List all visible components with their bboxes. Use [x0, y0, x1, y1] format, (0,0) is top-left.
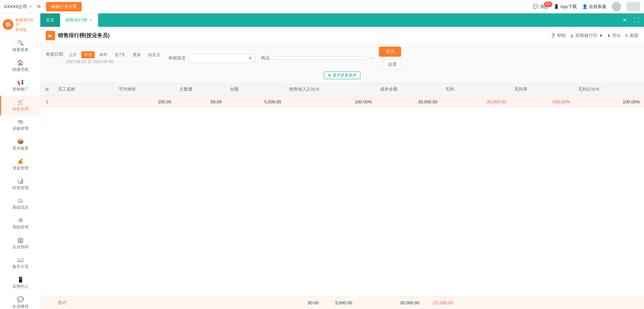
- sidebar: 畅 畅康通好生意 标准版 🔍 搜索菜单 🏠 快捷导航 📢 营销推广 🛒 销售管理…: [0, 13, 40, 309]
- tab-sales-ranking[interactable]: 销售排行榜 ×: [60, 13, 98, 27]
- sidebar-label-search: 搜索菜单: [12, 47, 29, 53]
- sidebar-item-enterprise[interactable]: 🏢 企业协同: [0, 234, 40, 253]
- search-icon: 🔍: [17, 40, 24, 46]
- refresh-label: 刷新: [630, 33, 639, 39]
- date-opt-custom[interactable]: 自定义: [145, 51, 163, 58]
- tab-maximize-button[interactable]: ⛶: [632, 15, 641, 25]
- content-area: 首页 销售排行榜 × ✕ ⛶ ▶ 销售排行榜(按业务员): [40, 13, 644, 309]
- app-name: 畅康通好生意: [15, 17, 37, 27]
- top-bar: XXXXX公司 ▼ ⚙ 体验行业方案 💬 消息 99+ 📱 App下载 👤 在线…: [0, 0, 644, 13]
- sidebar-label-finance: 资金管理: [12, 165, 29, 171]
- tab-close-icon[interactable]: ×: [90, 18, 92, 22]
- service-label: 在线客服: [589, 4, 606, 10]
- operations-icon: 📊: [17, 178, 24, 184]
- col-main-qty: 主数量: [175, 83, 226, 96]
- col-gross-pct: 毛利占比%: [574, 83, 644, 96]
- user-name-area[interactable]: [627, 2, 640, 11]
- company-settings-icon[interactable]: ⚙: [35, 2, 43, 11]
- status-chevron-icon: ▼: [248, 56, 253, 61]
- main-container: 畅 畅康通好生意 标准版 🔍 搜索菜单 🏠 快捷导航 📢 营销推广 🛒 销售管理…: [0, 13, 644, 309]
- filter-row-main: 单据日期 上月 本月 本年 近7天 更多 自定义 2023-06-01 至 20…: [46, 47, 639, 69]
- refresh-button[interactable]: ↻ 刷新: [625, 33, 639, 39]
- basic-info-icon: 🗂: [18, 198, 23, 204]
- message-button[interactable]: 💬 消息 99+: [533, 4, 548, 10]
- tab-minimize-button[interactable]: ✕: [620, 15, 629, 25]
- cell-sales-pct: 100.00%: [285, 96, 376, 108]
- sidebar-item-inventory[interactable]: 📦 库存核算: [0, 135, 40, 155]
- trial-button[interactable]: 体验行业方案: [46, 2, 82, 11]
- footer-main-qty: 50.00: [292, 300, 319, 305]
- col-sales-pct: 销售收入占比%: [285, 83, 376, 96]
- right-filter-actions: 查询 设置: [379, 47, 401, 69]
- sidebar-label-purchase: 采购管理: [12, 126, 29, 132]
- sidebar-item-app-center[interactable]: 📱 应用中心: [0, 273, 40, 293]
- more-filters-dots[interactable]: ···: [369, 55, 374, 61]
- top-bar-left: XXXXX公司 ▼ ⚙ 体验行业方案: [4, 2, 533, 11]
- status-filter-group: 单据状态 ▼: [168, 54, 256, 62]
- app-download-button[interactable]: 📱 App下载: [554, 4, 577, 10]
- tab-home-label: 首页: [46, 17, 54, 23]
- sidebar-item-operations[interactable]: 📊 经营管理: [0, 174, 40, 194]
- guide-icon: 📖: [17, 257, 24, 263]
- app-center-icon: 📱: [17, 276, 24, 283]
- company-selector[interactable]: XXXXX公司 ▼: [4, 4, 32, 10]
- sales-icon: 🛒: [17, 99, 24, 105]
- page-content: ▶ 销售排行榜(按业务员) ❓ 帮助 🖨 按模板打印 ▼ ⬇: [40, 27, 644, 309]
- sidebar-item-sales[interactable]: 🛒 销售管理: [0, 96, 40, 115]
- footer-row: 合计 50.00 5,000.00 30,000.00 -25,000.00: [44, 300, 640, 306]
- page-header: ▶ 销售排行榜(按业务员) ❓ 帮助 🖨 按模板打印 ▼ ⬇: [40, 27, 644, 43]
- cell-gross: -25,000.00: [441, 96, 510, 108]
- cell-cost-total: 30,000.00: [376, 96, 441, 108]
- online-service-button[interactable]: 👤 在线客服: [582, 4, 606, 10]
- query-button[interactable]: 查询: [379, 47, 401, 57]
- table-row[interactable]: 1 100.00 50.00 5,000.00 100.00% 30,000.0…: [40, 96, 644, 108]
- sidebar-item-finance[interactable]: 💰 资金管理: [0, 155, 40, 174]
- sidebar-item-wechat[interactable]: 💬 企业微信: [0, 293, 40, 309]
- sidebar-item-marketing[interactable]: 📢 营销推广: [0, 76, 40, 96]
- print-button[interactable]: 🖨 按模板打印 ▼: [570, 33, 603, 39]
- export-button[interactable]: ⬇ 导出: [607, 33, 621, 39]
- sidebar-item-guide[interactable]: 📖 新手引导: [0, 253, 40, 273]
- date-opt-this-year[interactable]: 本年: [97, 51, 110, 58]
- expand-label: 展开更多条件: [333, 72, 357, 78]
- back-button[interactable]: ▶: [46, 31, 55, 40]
- sidebar-item-purchase[interactable]: 🛍 采购管理: [0, 115, 40, 135]
- goods-select[interactable]: [272, 56, 367, 60]
- date-opt-more[interactable]: 更多: [130, 51, 143, 58]
- table-container: ⚙ 员工名称 平均单价 主数量 全额 销售收入占比% 成本全额 毛利 毛利率 毛…: [40, 83, 644, 296]
- app-download-label: App下载: [560, 4, 577, 10]
- footer-gross: -25,000.00: [420, 300, 453, 305]
- print-label: 按模板打印: [575, 33, 597, 39]
- cell-gross-rate: -500.00%: [510, 96, 574, 108]
- sidebar-label-enterprise: 企业协同: [12, 244, 29, 250]
- purchase-icon: 🛍: [18, 119, 23, 125]
- sidebar-label-system: 系统管理: [12, 224, 29, 230]
- chevron-down-icon: ▼: [29, 5, 32, 8]
- tab-home[interactable]: 首页: [40, 13, 60, 27]
- page-header-left: ▶ 销售排行榜(按业务员): [46, 31, 110, 40]
- data-table: ⚙ 员工名称 平均单价 主数量 全额 销售收入占比% 成本全额 毛利 毛利率 毛…: [40, 83, 644, 108]
- export-icon: ⬇: [607, 33, 611, 38]
- finance-icon: 💰: [17, 158, 24, 164]
- sidebar-item-quick-nav[interactable]: 🏠 快捷导航: [0, 56, 40, 76]
- sidebar-label-operations: 经营管理: [12, 185, 29, 191]
- date-opt-7days[interactable]: 近7天: [112, 51, 128, 58]
- sidebar-item-system[interactable]: ⚙ 系统管理: [0, 214, 40, 234]
- company-name: XXXXX公司: [4, 4, 27, 10]
- settings-button[interactable]: 设置: [384, 59, 401, 69]
- sidebar-item-search-order[interactable]: 🔍 搜索菜单: [0, 36, 40, 56]
- avatar[interactable]: [612, 2, 621, 11]
- status-select[interactable]: ▼: [188, 54, 256, 62]
- date-opt-this-month[interactable]: 本月: [81, 51, 95, 58]
- sidebar-item-basic-info[interactable]: 🗂 基础信息: [0, 194, 40, 214]
- expand-more-button[interactable]: ▼ 展开更多条件: [324, 71, 361, 79]
- date-opt-last-month[interactable]: 上月: [66, 51, 79, 58]
- col-gross-rate: 毛利率: [510, 83, 574, 96]
- footer-cost-total: 30,000.00: [386, 300, 420, 305]
- date-options: 上月 本月 本年 近7天 更多 自定义: [66, 51, 163, 58]
- sidebar-label-wechat: 企业微信: [12, 304, 29, 309]
- help-button[interactable]: ❓ 帮助: [550, 33, 566, 39]
- col-avg-price: 平均单价: [115, 83, 175, 96]
- footer-label: 合计: [58, 300, 105, 306]
- cell-rank: 1: [40, 96, 54, 108]
